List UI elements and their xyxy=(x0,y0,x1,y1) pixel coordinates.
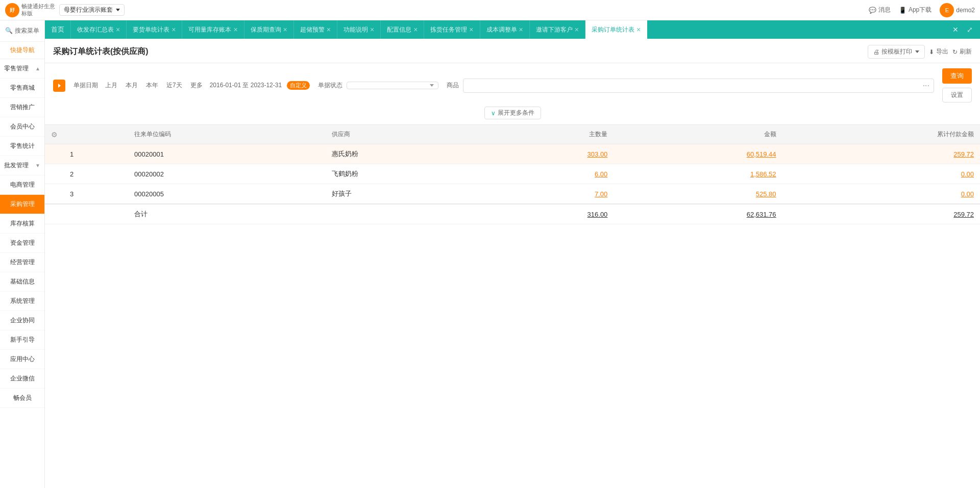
chevron-down-icon xyxy=(915,50,919,53)
sidebar-item-basic-info[interactable]: 基础信息 xyxy=(0,272,44,292)
sidebar-item-app-center[interactable]: 应用中心 xyxy=(0,350,44,369)
sidebar-item-sys-mgmt[interactable]: 系统管理 xyxy=(0,292,44,311)
sidebar-item-wholesale-mgmt[interactable]: 批发管理 ▼ xyxy=(0,156,44,175)
sidebar-item-new-guide[interactable]: 新手引导 xyxy=(0,330,44,350)
row-settings xyxy=(45,184,64,204)
tab-invite-customer[interactable]: 邀请下游客户 × xyxy=(530,20,585,39)
tab-cost-adjust[interactable]: 成本调整单 × xyxy=(480,20,530,39)
tab-config-info[interactable]: 配置信息 × xyxy=(381,20,424,39)
close-icon[interactable]: × xyxy=(413,26,418,33)
amount-cell[interactable]: 525.80 xyxy=(614,184,782,204)
refresh-button[interactable]: ↻ 刷新 xyxy=(952,47,972,56)
close-icon[interactable]: × xyxy=(116,26,120,33)
row-num-cell: 2 xyxy=(64,164,128,184)
workspace-selector[interactable]: 母婴行业演示账套 xyxy=(59,4,125,16)
right-panel: 首页 收发存汇总表 × 要货单统计表 × 可用量库存账本 × 保质期查询 × 超… xyxy=(45,20,980,488)
export-button[interactable]: ⬇ 导出 xyxy=(929,47,948,56)
footer-paid-amount: 259.72 xyxy=(782,204,980,224)
filter-status-group: 单据状态 xyxy=(318,81,438,90)
more-options-icon[interactable]: ··· xyxy=(923,81,929,90)
close-icon[interactable]: × xyxy=(575,26,579,33)
tab-collect-send[interactable]: 收发存汇总表 × xyxy=(71,20,127,39)
user-menu[interactable]: E demo2 xyxy=(940,3,975,17)
close-icon[interactable]: × xyxy=(327,26,331,33)
tab-function-desc[interactable]: 功能说明 × xyxy=(337,20,381,39)
message-icon: 💬 xyxy=(869,7,876,14)
expand-more-button[interactable]: ∨ 展开更多条件 xyxy=(484,107,541,119)
sidebar-item-retail-stats[interactable]: 零售统计 xyxy=(0,137,44,156)
amount-cell[interactable]: 1,586.52 xyxy=(614,164,782,184)
sidebar-item-inventory[interactable]: 库存核算 xyxy=(0,214,44,234)
close-icon[interactable]: × xyxy=(233,26,237,33)
settings-col-header: ⚙ xyxy=(45,125,64,144)
message-button[interactable]: 💬 消息 xyxy=(869,6,891,14)
tab-warranty[interactable]: 保质期查询 × xyxy=(244,20,294,39)
close-icon[interactable]: × xyxy=(283,26,287,33)
paid-amount-cell[interactable]: 0.00 xyxy=(782,184,980,204)
logo-text: 畅捷通好生意 标版 xyxy=(21,3,55,16)
sidebar-item-member-center[interactable]: 会员中心 xyxy=(0,117,44,137)
logo-area: 好 畅捷通好生意 标版 xyxy=(5,3,55,17)
main-qty-cell[interactable]: 6.00 xyxy=(482,164,614,184)
shortcut-this-month[interactable]: 本月 xyxy=(122,80,141,91)
main-qty-cell[interactable]: 303.00 xyxy=(482,144,614,164)
page-title: 采购订单统计表(按供应商) xyxy=(53,46,149,57)
close-icon[interactable]: × xyxy=(636,26,641,33)
sidebar-item-retail-shop[interactable]: 零售商城 xyxy=(0,79,44,98)
close-icon[interactable]: × xyxy=(370,26,374,33)
close-icon[interactable]: × xyxy=(172,26,176,33)
print-button[interactable]: 🖨 按模板打印 xyxy=(868,45,925,59)
amount-cell[interactable]: 60,519.44 xyxy=(614,144,782,164)
main-qty-cell[interactable]: 7.00 xyxy=(482,184,614,204)
tab-order-stats[interactable]: 要货单统计表 × xyxy=(127,20,182,39)
column-settings-icon[interactable]: ⚙ xyxy=(51,131,58,139)
tab-home[interactable]: 首页 xyxy=(45,20,71,39)
shortcut-more[interactable]: 更多 xyxy=(187,80,206,91)
sidebar-item-retail-mgmt[interactable]: 零售管理 ▲ xyxy=(0,59,44,79)
refresh-icon: ↻ xyxy=(952,48,958,56)
tab-overflow-warning[interactable]: 超储预警 × xyxy=(294,20,337,39)
sidebar-item-enterprise-collab[interactable]: 企业协同 xyxy=(0,311,44,330)
filter-row-1: 单据日期 上月 本月 本年 近7天 更多 2016-01-01 至 2023-1… xyxy=(53,68,972,102)
tab-pick-task[interactable]: 拣货任务管理 × xyxy=(424,20,480,39)
sidebar-item-enterprise-wechat[interactable]: 企业微信 xyxy=(0,369,44,389)
supplier-name-col-header: 供应商 xyxy=(326,125,482,144)
sidebar-item-operations[interactable]: 经营管理 xyxy=(0,253,44,272)
footer-rownum-col xyxy=(64,204,128,224)
export-icon: ⬇ xyxy=(929,48,934,56)
row-num-cell: 1 xyxy=(64,144,128,164)
close-icon[interactable]: × xyxy=(469,26,473,33)
top-bar-left: 好 畅捷通好生意 标版 母婴行业演示账套 xyxy=(5,3,125,17)
sidebar-item-purchase-mgmt[interactable]: 采购管理 xyxy=(0,195,44,214)
tab-purchase-stats[interactable]: 采购订单统计表 × xyxy=(585,20,647,39)
amount-col-header: 金额 xyxy=(614,125,782,144)
paid-amount-cell[interactable]: 0.00 xyxy=(782,164,980,184)
printer-icon: 🖨 xyxy=(873,48,879,56)
close-window-button[interactable]: ✕ xyxy=(949,23,962,36)
quick-nav-button[interactable]: 快捷导航 xyxy=(0,42,44,59)
data-table: ⚙ 往来单位编码 供应商 主数量 金额 累计付款金额 xyxy=(45,125,980,224)
filter-toggle-button[interactable] xyxy=(53,80,65,92)
app-download-button[interactable]: 📱 App下载 xyxy=(899,6,932,14)
goods-select[interactable]: ··· xyxy=(463,79,934,93)
paid-amount-cell[interactable]: 259.72 xyxy=(782,144,980,164)
status-select[interactable] xyxy=(347,82,438,89)
shortcut-7days[interactable]: 近7天 xyxy=(163,80,185,91)
sidebar-item-finance[interactable]: 资金管理 xyxy=(0,234,44,253)
search-menu-button[interactable]: 🔍 搜索菜单 xyxy=(3,24,41,37)
shortcut-this-year[interactable]: 本年 xyxy=(143,80,161,91)
table-header-row: ⚙ 往来单位编码 供应商 主数量 金额 累计付款金额 xyxy=(45,125,980,144)
query-button[interactable]: 查询 xyxy=(942,68,972,84)
table-row: 2 00020002 飞鹤奶粉 6.00 1,586.52 0.00 xyxy=(45,164,980,184)
tab-available-stock[interactable]: 可用量库存账本 × xyxy=(182,20,244,39)
maximize-window-button[interactable]: ⤢ xyxy=(964,23,976,36)
sidebar-item-marketing[interactable]: 营销推广 xyxy=(0,98,44,117)
avatar: E xyxy=(940,3,954,17)
supplier-name-cell: 好孩子 xyxy=(326,184,482,204)
settings-button[interactable]: 设置 xyxy=(942,88,972,102)
shortcut-last-month[interactable]: 上月 xyxy=(102,80,120,91)
close-icon[interactable]: × xyxy=(519,26,523,33)
chevron-down-icon xyxy=(116,9,120,11)
sidebar-item-vip[interactable]: 畅会员 xyxy=(0,389,44,408)
sidebar-item-ecommerce[interactable]: 电商管理 xyxy=(0,175,44,195)
